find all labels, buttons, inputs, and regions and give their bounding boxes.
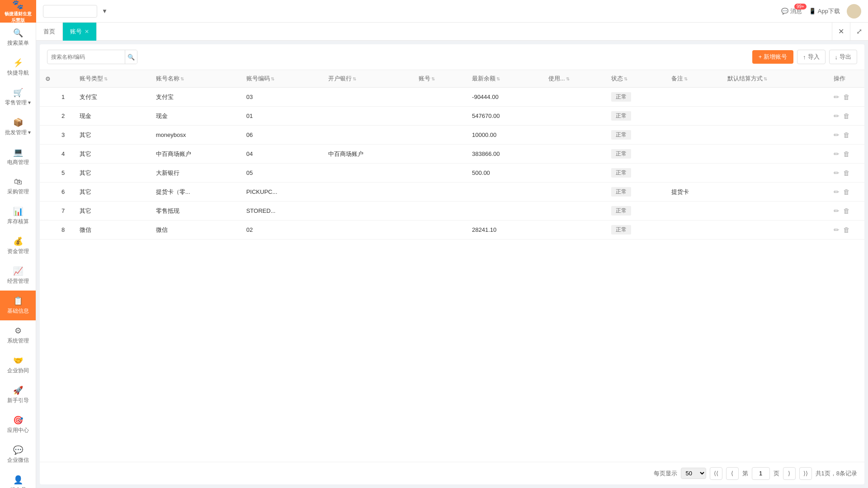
delete-button-1[interactable]: 🗑 <box>843 93 850 101</box>
delete-button-8[interactable]: 🗑 <box>843 226 850 234</box>
tab-close-account[interactable]: ✕ <box>85 28 89 35</box>
tab-label-account: 账号 <box>70 28 82 36</box>
edit-button-4[interactable]: ✏ <box>834 150 840 158</box>
th-name: 账号名称⇅ <box>151 70 241 88</box>
sidebar-item-operations[interactable]: 📈经营管理 <box>0 261 36 291</box>
edit-button-7[interactable]: ✏ <box>834 207 840 215</box>
table-row: 3 其它 moneybosx 06 10000.00 正常 ✏ 🗑 <box>40 126 864 145</box>
sidebar-label-wholesale: 批发管理 ▾ <box>5 129 31 136</box>
sidebar-item-member[interactable]: 👤畅会员 <box>0 469 36 488</box>
cell-name-4: 中百商场账户 <box>151 145 241 164</box>
edit-button-1[interactable]: ✏ <box>834 93 840 101</box>
sidebar-item-inventory[interactable]: 📊库存核算 <box>0 201 36 231</box>
cell-index-5: 5 <box>56 164 74 183</box>
sidebar-item-enterprise_wechat[interactable]: 💬企业微信 <box>0 440 36 469</box>
sort-icon-usage: ⇅ <box>566 76 570 81</box>
cell-settlement-1 <box>722 88 828 107</box>
last-page-button[interactable]: ⟩⟩ <box>799 467 812 480</box>
sidebar-item-search[interactable]: 🔍搜索菜单 <box>0 23 36 52</box>
cell-remark-5 <box>666 164 722 183</box>
cell-remark-1 <box>666 88 722 107</box>
sidebar-item-shortcut[interactable]: ⚡快捷导航 <box>0 52 36 82</box>
cell-index-4: 4 <box>56 145 74 164</box>
delete-button-2[interactable]: 🗑 <box>843 112 850 120</box>
edit-button-2[interactable]: ✏ <box>834 112 840 120</box>
cell-action-3: ✏ 🗑 <box>828 126 864 145</box>
edit-button-6[interactable]: ✏ <box>834 188 840 196</box>
next-page-button[interactable]: ⟩ <box>783 467 796 480</box>
cell-account-6 <box>413 183 467 202</box>
page-label-after: 页 <box>774 469 779 478</box>
sidebar-label-enterprise_wechat: 企业微信 <box>7 456 29 464</box>
delete-button-3[interactable]: 🗑 <box>843 131 850 139</box>
cell-settlement-4 <box>722 145 828 164</box>
page-size-select[interactable]: 50 100 200 <box>681 468 706 479</box>
edit-button-5[interactable]: ✏ <box>834 169 840 177</box>
cell-remark-2 <box>666 107 722 126</box>
add-account-button[interactable]: + 新增账号 <box>752 50 793 64</box>
tab-account[interactable]: 账号✕ <box>63 23 97 41</box>
first-page-button[interactable]: ⟨⟨ <box>710 467 722 480</box>
sidebar-icon-system: ⚙ <box>14 326 22 336</box>
settings-icon[interactable]: ⚙ <box>45 75 51 82</box>
sidebar-item-ecommerce[interactable]: 💻电商管理 <box>0 142 36 172</box>
cell-settlement-6 <box>722 183 828 202</box>
table-row: 2 现金 现金 01 547670.00 正常 ✏ 🗑 <box>40 107 864 126</box>
cell-balance-1: -90444.00 <box>467 88 543 107</box>
pagination: 每页显示 50 100 200 ⟨⟨ ⟨ 第 页 ⟩ ⟩⟩ 共1页，8条记录 <box>40 462 864 484</box>
user-avatar[interactable] <box>847 4 861 19</box>
cell-type-4: 其它 <box>74 145 151 164</box>
export-button[interactable]: ↓ 导出 <box>829 50 858 64</box>
sidebar-item-system[interactable]: ⚙系统管理 <box>0 320 36 350</box>
edit-button-8[interactable]: ✏ <box>834 226 840 234</box>
message-button[interactable]: 💬 消息 99+ <box>781 7 802 15</box>
download-icon: 📱 <box>809 8 816 14</box>
table-wrap: ⚙ 账号类型⇅ 账号名称⇅ 账号编码⇅ 开户银行⇅ 账号⇅ 最新余额⇅ 使用..… <box>40 70 864 462</box>
cell-account-4 <box>413 145 467 164</box>
cell-name-3: moneybosx <box>151 126 241 145</box>
prev-page-button[interactable]: ⟨ <box>726 467 739 480</box>
sidebar-item-wholesale[interactable]: 📦批发管理 ▾ <box>0 112 36 142</box>
sidebar-label-purchase: 采购管理 <box>7 188 29 196</box>
edit-button-3[interactable]: ✏ <box>834 131 840 139</box>
delete-button-5[interactable]: 🗑 <box>843 169 850 177</box>
sidebar-item-company_protocol[interactable]: 🤝企业协同 <box>0 350 36 380</box>
delete-button-7[interactable]: 🗑 <box>843 207 850 215</box>
cell-code-2: 01 <box>241 107 323 126</box>
sidebar-item-beginner[interactable]: 🚀新手引导 <box>0 380 36 410</box>
sidebar-icon-operations: 📈 <box>13 266 23 276</box>
sidebar-item-app_center[interactable]: 🎯应用中心 <box>0 410 36 440</box>
cell-action-1: ✏ 🗑 <box>828 88 864 107</box>
sort-icon-code: ⇅ <box>271 76 274 81</box>
sidebar-item-purchase[interactable]: 🛍采购管理 <box>0 172 36 201</box>
delete-button-4[interactable]: 🗑 <box>843 150 850 158</box>
search-input[interactable] <box>47 52 125 62</box>
sidebar-item-retail[interactable]: 🛒零售管理 ▾ <box>0 82 36 112</box>
total-label: 共1页，8条记录 <box>816 469 857 478</box>
th-status: 状态⇅ <box>606 70 666 88</box>
message-icon: 💬 <box>781 8 788 14</box>
export-label: 导出 <box>840 53 851 61</box>
app-download-button[interactable]: 📱 App下载 <box>809 7 840 15</box>
cell-settings-2 <box>40 107 56 126</box>
cell-bank-8 <box>323 221 413 239</box>
sidebar-icon-app_center: 🎯 <box>13 415 23 425</box>
export-icon: ↓ <box>835 54 838 61</box>
page-number-input[interactable] <box>752 467 770 480</box>
cell-index-2: 2 <box>56 107 74 126</box>
cell-status-2: 正常 <box>606 107 666 126</box>
import-button[interactable]: ↑ 导入 <box>797 50 826 64</box>
search-button[interactable]: 🔍 <box>125 50 137 64</box>
tab-close-btn[interactable]: ✕ <box>832 23 850 41</box>
tab-maximize-btn[interactable]: ⤢ <box>850 23 868 41</box>
cell-status-8: 正常 <box>606 221 666 239</box>
sidebar-item-finance[interactable]: 💰资金管理 <box>0 231 36 261</box>
header-search-input[interactable] <box>43 5 97 18</box>
delete-button-6[interactable]: 🗑 <box>843 188 850 196</box>
sidebar-label-search: 搜索菜单 <box>7 39 29 47</box>
tab-home[interactable]: 首页 <box>36 23 63 41</box>
tab-label-home: 首页 <box>43 28 55 36</box>
sidebar-item-basic[interactable]: 📋基础信息 <box>0 291 36 320</box>
header-dropdown[interactable]: ▼ <box>102 8 108 14</box>
table-row: 6 其它 提货卡（零... PICKUPC... 正常 提货卡 ✏ 🗑 <box>40 183 864 202</box>
